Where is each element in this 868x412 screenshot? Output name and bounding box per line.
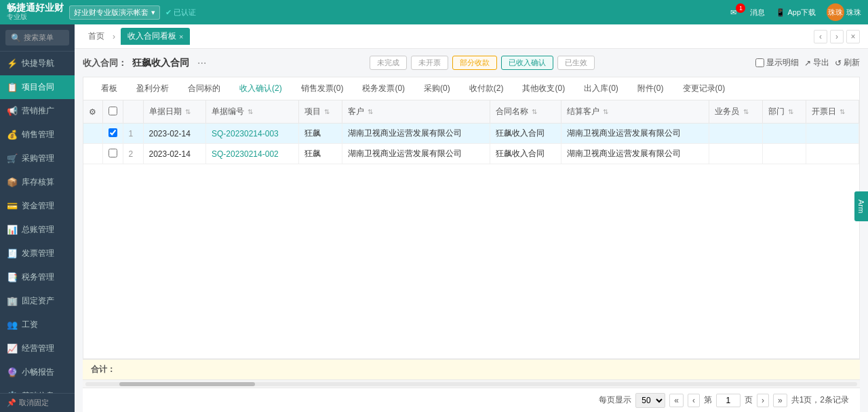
gear-icon[interactable]: ⚙ [89,107,96,117]
row1-check[interactable] [108,128,117,137]
notifications-label: 消息 [750,7,765,18]
tab-contract-subject[interactable]: 合同标的 [178,77,230,101]
col-bill-no[interactable]: 单据编号 ⇅ [205,100,298,124]
scrollbar-track [85,382,857,386]
row1-contract: 狂飙收入合同 [490,124,561,144]
scrollbar-area[interactable] [83,379,860,388]
tab-dashboard[interactable]: 看板 [92,77,127,101]
col-salesperson[interactable]: 业务员 ⇅ [709,100,762,124]
row1-num: 1 [123,124,143,144]
sidebar-item-general-ledger[interactable]: 📊 总账管理 [0,218,75,242]
select-all-checkbox[interactable] [108,107,117,115]
prev-page-btn[interactable]: ‹ [688,394,700,407]
status-uninvoiced-btn[interactable]: 未开票 [411,56,448,70]
tab-payment[interactable]: 收付款(2) [460,77,513,101]
sidebar-item-quick-nav[interactable]: ⚡ 快捷导航 [0,52,75,75]
sidebar-item-project-contract[interactable]: 📋 项目合同 [0,75,75,99]
sidebar-item-reports[interactable]: 🔮 小畅报告 [0,360,75,384]
next-page-btn[interactable]: › [757,394,769,407]
sidebar-item-inventory[interactable]: 📦 库存核算 [0,170,75,194]
lightning-icon: ⚡ [7,58,18,69]
more-btn[interactable]: ··· [195,57,209,69]
table-footer: 合计： [83,359,860,379]
status-confirmed-btn[interactable]: 已收入确认 [501,56,553,70]
app-download-btn[interactable]: 📱 App下载 [776,7,816,18]
page-input[interactable] [716,394,741,407]
sidebar-item-hr[interactable]: 👥 工资 [0,313,75,337]
tab-tax-invoice[interactable]: 税务发票(0) [353,77,414,101]
tab-profit[interactable]: 盈利分析 [127,77,178,101]
sidebar-item-basic-info[interactable]: ⚙️ 基础信息 [0,384,75,393]
row2-check[interactable] [108,149,117,157]
sidebar-item-fixed-assets[interactable]: 🏢 固定资产 [0,289,75,313]
contract-header: 收入合同： 狂飙收入合同 ··· 未完成 未开票 部分收款 已收入确认 已生效 [83,56,860,70]
status-incomplete-btn[interactable]: 未完成 [370,56,407,70]
download-icon: 📱 [776,8,785,17]
data-table: ⚙ 单据日期 ⇅ [83,100,859,164]
refresh-btn[interactable]: ↺ 刷新 [835,57,860,69]
company-select[interactable]: 好业财专业版演示帐套 ▾ [69,5,160,20]
status-effective-btn[interactable]: 已生效 [557,56,595,70]
tab-close-btn[interactable]: × [179,33,183,41]
search-menu-btn[interactable]: 🔍 搜索菜单 [5,30,69,45]
user-name: 珠珠 [846,7,861,18]
tab-warehouse[interactable]: 出入库(0) [574,77,628,101]
tab-home[interactable]: 首页 [83,31,110,42]
per-page-select[interactable]: 50 [635,393,665,408]
user-avatar-area[interactable]: 珠珠 珠珠 [827,3,861,21]
row2-billno-link[interactable]: SQ-20230214-002 [212,149,279,159]
table-row[interactable]: 2 2023-02-14 SQ-20230214-002 狂飙 湖南卫视商业运营… [83,144,859,164]
last-page-btn[interactable]: » [773,394,787,407]
tab-other-income[interactable]: 其他收支(0) [513,77,574,101]
per-page-label: 每页显示 [599,394,631,406]
col-open-date[interactable]: 开票日 ⇅ [806,100,859,124]
scrollbar-thumb[interactable] [119,382,255,386]
total-info: 共1页，2条记录 [791,394,849,406]
sidebar: 🔍 搜索菜单 ⚡ 快捷导航 📋 项目合同 📢 营销推广 💰 [0,24,75,412]
tab-bar: 首页 › 收入合同看板 × ‹ › × [75,24,868,49]
col-settings: ⚙ [83,100,102,124]
col-date[interactable]: 单据日期 ⇅ [143,100,205,124]
show-detail-checkbox[interactable] [755,58,764,67]
sidebar-item-business[interactable]: 📈 经营管理 [0,337,75,360]
status-partial-btn[interactable]: 部分收款 [452,56,497,70]
invoice-icon: 🧾 [7,248,18,259]
col-project[interactable]: 项目 ⇅ [298,100,342,124]
active-tab[interactable]: 收入合同看板 × [121,28,190,45]
col-final-customer[interactable]: 结算客户 ⇅ [561,100,709,124]
sidebar-item-tax[interactable]: 📑 税务管理 [0,265,75,289]
col-contract-name[interactable]: 合同名称 ⇅ [490,100,561,124]
sidebar-item-marketing[interactable]: 📢 营销推广 [0,99,75,123]
tab-change-record[interactable]: 变更记录(0) [673,77,735,101]
row1-billno-link[interactable]: SQ-20230214-003 [212,129,279,138]
page-content: 收入合同： 狂飙收入合同 ··· 未完成 未开票 部分收款 已收入确认 已生效 [75,49,868,412]
arm-float-btn[interactable]: Arm [854,191,868,221]
sidebar-item-invoice[interactable]: 🧾 发票管理 [0,242,75,265]
table-row[interactable]: 1 2023-02-14 SQ-20230214-003 狂飙 湖南卫视商业运营… [83,124,859,144]
tab-income-confirm[interactable]: 收入确认(2) [230,77,292,101]
pagination: 每页显示 50 « ‹ 第 页 › » 共1页，2条记录 [83,388,860,412]
col-department[interactable]: 部门 ⇅ [762,100,806,124]
prev-window-btn[interactable]: ‹ [814,30,827,43]
first-page-btn[interactable]: « [669,394,684,407]
app-logo: 畅捷通好业财 专业版 [7,3,64,22]
close-window-btn[interactable]: × [846,30,860,43]
sidebar-item-purchase[interactable]: 🛒 采购管理 [0,147,75,170]
show-detail-label[interactable]: 显示明细 [755,57,799,69]
sidebar-item-fund[interactable]: 💳 资金管理 [0,194,75,218]
tax-icon: 📑 [7,272,18,283]
unpin-btn[interactable]: 📌 取消固定 [0,393,75,412]
row2-settings [83,144,102,164]
top-bar: 畅捷通好业财 专业版 好业财专业版演示帐套 ▾ ✔ 已认证 ✉ 1 消息 📱 A… [0,0,868,24]
tab-sales-invoice[interactable]: 销售发票(0) [292,77,353,101]
sidebar-item-sales[interactable]: 💰 销售管理 [0,123,75,147]
tab-purchase[interactable]: 采购(0) [414,77,460,101]
export-btn[interactable]: ↗ 导出 [804,57,829,69]
contract-icon: 📋 [7,82,18,93]
row2-contract: 狂飙收入合同 [490,144,561,164]
total-label: 合计： [91,364,115,375]
col-customer[interactable]: 客户 ⇅ [342,100,490,124]
tab-attachment[interactable]: 附件(0) [628,77,673,101]
notifications-btn[interactable]: ✉ 1 消息 [730,7,765,18]
next-window-btn[interactable]: › [830,30,844,43]
